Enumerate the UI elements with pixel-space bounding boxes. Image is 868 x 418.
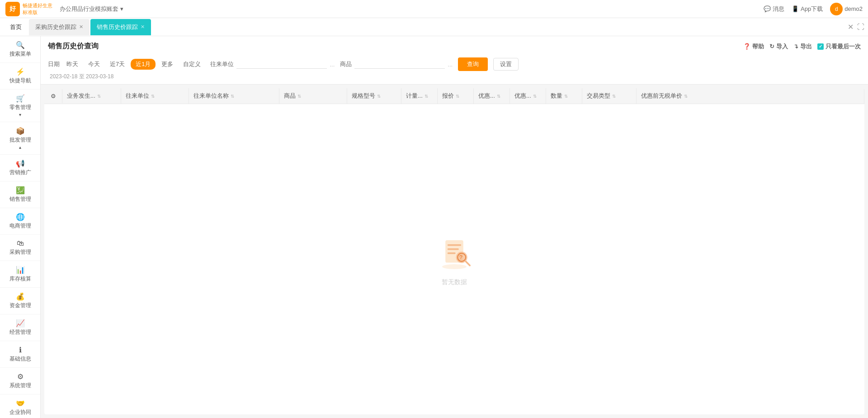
partner-picker-button[interactable]: ... [330, 61, 335, 68]
sidebar-item-ecommerce[interactable]: 🌐 电商管理 [0, 208, 40, 235]
sidebar-item-purchase[interactable]: 🛍 采购管理 [0, 235, 40, 261]
partner-filter: 往来单位 ... [210, 60, 335, 69]
sidebar-item-marketing[interactable]: 📢 营销推广 [0, 155, 40, 181]
date-buttons: 昨天 今天 近7天 近1月 更多 自定义 [62, 59, 205, 70]
sidebar-item-inventory[interactable]: 📊 库存核算 [0, 261, 40, 288]
filter-bar: 日期 昨天 今天 近7天 近1月 更多 自定义 往来单位 ... [48, 56, 861, 73]
only-last-checkbox[interactable]: ✓ [817, 43, 824, 50]
logo-text: 畅捷通好生意 标准版 [23, 2, 52, 15]
close-window-icon[interactable]: ✕ [848, 23, 854, 31]
date-btn-today[interactable]: 今天 [84, 59, 104, 70]
sidebar-item-operations[interactable]: 📈 经营管理 [0, 314, 40, 341]
sales-icon: 💹 [16, 186, 25, 195]
filter-row2: 2023-02-18 至 2023-03-18 [48, 73, 861, 81]
table-container: ⚙ 业务发生... ⇅ 往来单位 ⇅ 往来单位名称 ⇅ 商品 ⇅ [44, 88, 864, 414]
th-unit[interactable]: 计量... ⇅ [401, 88, 438, 104]
tab-purchase[interactable]: 采购历史价跟踪 ✕ [29, 19, 90, 35]
topbar: 好 畅捷通好生意 标准版 办公用品行业模拟账套 ▾ 💬 消息 📱 App下载 d… [0, 0, 868, 18]
tabbar: 首页 采购历史价跟踪 ✕ 销售历史价跟踪 ✕ ✕ ⛶ [0, 18, 868, 36]
help-button[interactable]: ❓ 帮助 [743, 43, 764, 51]
sort-icon-discount1: ⇅ [497, 94, 500, 99]
th-partner-id[interactable]: 往来单位 ⇅ [121, 88, 189, 104]
user-profile[interactable]: d demo2 [830, 3, 863, 15]
sort-icon-type: ⇅ [612, 94, 616, 99]
message-button[interactable]: 💬 消息 [764, 5, 784, 13]
th-partner-name[interactable]: 往来单位名称 ⇅ [189, 88, 279, 104]
sidebar-item-shortcut[interactable]: ⚡ 快捷导航 [0, 63, 40, 90]
th-notax-price[interactable]: 优惠前无税单价 ⇅ [637, 88, 864, 104]
th-discount1[interactable]: 优惠... ⇅ [474, 88, 510, 104]
th-type[interactable]: 交易类型 ⇅ [582, 88, 637, 104]
app-selector[interactable]: 办公用品行业模拟账套 ▾ [56, 3, 127, 15]
date-btn-7days[interactable]: 近7天 [106, 59, 129, 70]
date-filter: 日期 昨天 今天 近7天 近1月 更多 自定义 [48, 59, 205, 70]
maximize-window-icon[interactable]: ⛶ [857, 23, 864, 31]
app-download-button[interactable]: 📱 App下载 [792, 5, 823, 13]
sort-icon-qty: ⇅ [564, 94, 568, 99]
product-picker-button[interactable]: ... [448, 61, 453, 68]
svg-point-0 [442, 264, 467, 269]
sidebar-item-sales-mgmt[interactable]: 💹 销售管理 [0, 181, 40, 208]
date-btn-yesterday[interactable]: 昨天 [62, 59, 82, 70]
sidebar: 🔍 搜索菜单 ⚡ 快捷导航 🛒 零售管理 ▾ 📦 批发管理 ▴ 📢 营销推广 💹… [0, 36, 41, 418]
search-icon: 🔍 [16, 41, 25, 49]
finance-icon: 💰 [16, 292, 25, 301]
tab-purchase-close[interactable]: ✕ [79, 24, 83, 30]
page-title-row: 销售历史价查询 ❓ 帮助 ↻ 导入 ↴ 导出 ✓ [48, 42, 861, 51]
date-btn-custom[interactable]: 自定义 [179, 59, 205, 70]
sidebar-item-retail[interactable]: 🛒 零售管理 ▾ [0, 90, 40, 122]
sort-icon-spec: ⇅ [377, 94, 381, 99]
topbar-left: 好 畅捷通好生意 标准版 办公用品行业模拟账套 ▾ [5, 2, 127, 16]
arrow-icon: ▴ [19, 145, 21, 150]
date-btn-more[interactable]: 更多 [157, 59, 177, 70]
only-last-checkbox-label[interactable]: ✓ 只看最后一次 [817, 43, 861, 51]
chevron-down-icon: ▾ [120, 5, 123, 12]
sort-icon-discount2: ⇅ [533, 94, 537, 99]
svg-rect-3 [448, 248, 459, 250]
table-header: ⚙ 业务发生... ⇅ 往来单位 ⇅ 往来单位名称 ⇅ 商品 ⇅ [44, 88, 864, 104]
inventory-icon: 📊 [16, 266, 25, 274]
settings-button[interactable]: 设置 [493, 58, 519, 71]
query-button[interactable]: 查询 [458, 57, 488, 71]
th-discount2[interactable]: 优惠... ⇅ [510, 88, 546, 104]
page-title-actions: ❓ 帮助 ↻ 导入 ↴ 导出 ✓ 只看最后一次 [743, 43, 861, 51]
th-spec[interactable]: 规格型号 ⇅ [347, 88, 401, 104]
sidebar-item-finance[interactable]: 💰 资金管理 [0, 288, 40, 314]
retail-icon: 🛒 [16, 94, 25, 103]
sort-icon-notax-price: ⇅ [684, 94, 688, 99]
svg-rect-2 [448, 244, 462, 246]
sidebar-item-wholesale[interactable]: 📦 批发管理 ▴ [0, 122, 40, 155]
content-area: 销售历史价查询 ❓ 帮助 ↻ 导入 ↴ 导出 ✓ [41, 36, 868, 418]
sidebar-item-enterprise[interactable]: 🤝 企业协同 [0, 394, 40, 418]
settings-col-icon: ⚙ [51, 93, 56, 100]
product-input[interactable] [354, 60, 445, 69]
sidebar-item-basic[interactable]: ℹ 基础信息 [0, 341, 40, 368]
sidebar-item-search[interactable]: 🔍 搜索菜单 [0, 36, 40, 63]
sort-icon-date: ⇅ [97, 94, 101, 99]
sort-icon-price: ⇅ [456, 94, 459, 99]
import-button[interactable]: ↻ 导入 [769, 43, 788, 51]
import-icon: ↻ [769, 43, 774, 50]
export-button[interactable]: ↴ 导出 [793, 43, 812, 51]
sort-icon-partner-id: ⇅ [151, 94, 155, 99]
sidebar-item-system[interactable]: ⚙ 系统管理 [0, 368, 40, 394]
partner-input[interactable] [236, 60, 327, 69]
page-title: 销售历史价查询 [48, 42, 99, 51]
th-settings[interactable]: ⚙ [44, 89, 62, 103]
shortcut-icon: ⚡ [16, 67, 25, 76]
th-qty[interactable]: 数量 ⇅ [546, 88, 582, 104]
wholesale-icon: 📦 [16, 127, 25, 135]
window-controls: ✕ ⛶ [848, 23, 864, 31]
th-product[interactable]: 商品 ⇅ [279, 88, 347, 104]
tab-sales-close[interactable]: ✕ [141, 24, 145, 30]
svg-rect-4 [448, 252, 456, 254]
th-price[interactable]: 报价 ⇅ [438, 88, 474, 104]
avatar: d [830, 3, 843, 15]
th-date[interactable]: 业务发生... ⇅ [62, 88, 121, 104]
tab-sales[interactable]: 销售历史价跟踪 ✕ [90, 19, 151, 35]
date-btn-1month[interactable]: 近1月 [131, 59, 156, 70]
tab-home[interactable]: 首页 [4, 19, 28, 35]
ecommerce-icon: 🌐 [16, 213, 25, 221]
main-layout: 🔍 搜索菜单 ⚡ 快捷导航 🛒 零售管理 ▾ 📦 批发管理 ▴ 📢 营销推广 💹… [0, 36, 868, 418]
sort-icon-product: ⇅ [297, 94, 301, 99]
